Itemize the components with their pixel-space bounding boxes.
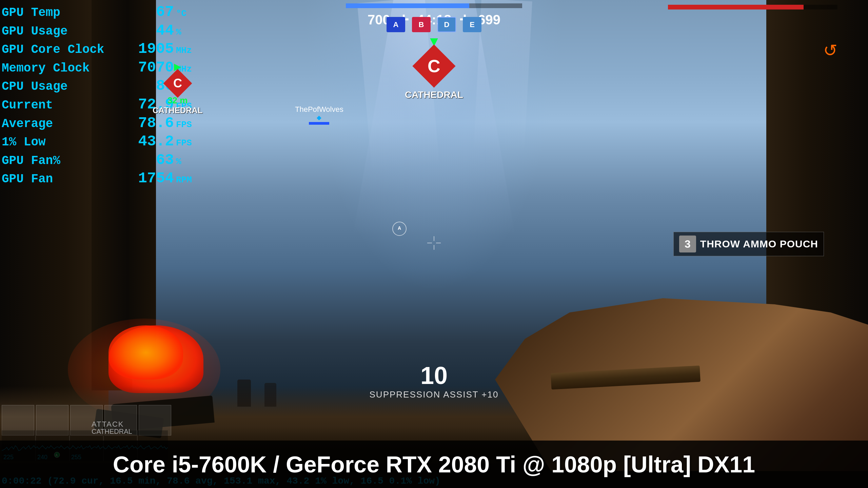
system-info: Core i5-7600K / GeForce RTX 2080 Ti @ 10… — [113, 451, 755, 477]
scene-background — [0, 0, 868, 488]
game-viewport: GPU Temp 67 °C GPU Usage 44 % GPU Core C… — [0, 0, 868, 488]
bottom-bar: Core i5-7600K / GeForce RTX 2080 Ti @ 10… — [0, 441, 868, 488]
